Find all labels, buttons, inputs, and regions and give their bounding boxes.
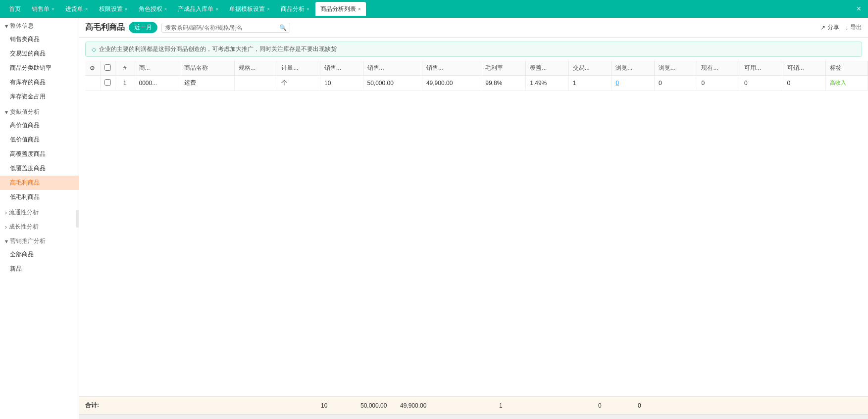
filter-recent-month-button[interactable]: 近一月 [129, 22, 157, 33]
col-header-spec[interactable]: 规格... [234, 61, 277, 76]
cell-sales-profit: 49,900.00 [422, 76, 481, 91]
sidebar: 《 ▾ 整体信息 销售类商品 交易过的商品 商品分类助销率 有库存的商品 库存资… [0, 18, 79, 419]
close-icon[interactable]: × [125, 6, 128, 12]
sidebar-item-low-coverage[interactable]: 低覆盖度商品 [0, 161, 79, 176]
footer-current-stock: 0 [594, 402, 634, 409]
col-header-index: # [115, 61, 135, 76]
col-header-current-stock[interactable]: 现有... [697, 61, 740, 76]
col-header-sales-amount[interactable]: 销售... [363, 61, 422, 76]
col-header-gross-margin[interactable]: 毛利率 [481, 61, 526, 76]
cell-sales-qty: 10 [320, 76, 363, 91]
footer-sales-qty: 10 [317, 402, 357, 409]
sidebar-group-liquidity[interactable]: › 流通性分析 [0, 204, 79, 219]
chevron-down-icon: ▾ [5, 238, 8, 245]
col-header-saleable-stock[interactable]: 可销... [783, 61, 826, 76]
top-nav: 首页 销售单 × 进货单 × 权限设置 × 角色授权 × 产成品入库单 × 单据… [0, 0, 868, 18]
col-header-settings[interactable]: ⚙ [85, 61, 100, 76]
search-icon[interactable]: 🔍 [279, 24, 287, 31]
col-header-sales-profit[interactable]: 销售... [422, 61, 481, 76]
col-header-checkbox[interactable] [100, 61, 115, 76]
nav-tab-role[interactable]: 角色授权 × [134, 2, 172, 16]
sidebar-group-overview[interactable]: ▾ 整体信息 [0, 18, 79, 32]
nav-tab-purchase[interactable]: 进货单 × [60, 2, 93, 16]
sidebar-item-new-products[interactable]: 新品 [0, 262, 79, 276]
cell-name: 运费 [180, 76, 234, 91]
content-area: 高毛利商品 近一月 🔍 ↗ 分享 ↓ 导出 ◇ 企业的主要的利润都是这部分商品创… [79, 18, 868, 419]
export-button[interactable]: ↓ 导出 [845, 23, 862, 32]
sidebar-item-in-stock[interactable]: 有库存的商品 [0, 75, 79, 90]
footer-total: 合计: 10 50,000.00 49,900.00 1 0 0 [79, 396, 868, 414]
col-header-views1[interactable]: 浏览... [612, 61, 655, 76]
horizontal-scrollbar[interactable] [79, 414, 868, 419]
sidebar-item-high-value[interactable]: 高价值商品 [0, 118, 79, 133]
search-input[interactable] [165, 24, 279, 31]
sidebar-item-all-products[interactable]: 全部商品 [0, 247, 79, 262]
share-icon: ↗ [820, 24, 825, 31]
close-icon[interactable]: × [267, 6, 270, 12]
main-layout: 《 ▾ 整体信息 销售类商品 交易过的商品 商品分类助销率 有库存的商品 库存资… [0, 18, 868, 419]
nav-tab-home[interactable]: 首页 [4, 2, 26, 16]
col-header-sales-qty[interactable]: 销售... [320, 61, 363, 76]
nav-tab-permission[interactable]: 权限设置 × [94, 2, 133, 16]
footer-label: 合计: [85, 401, 99, 410]
sidebar-item-high-coverage[interactable]: 高覆盖度商品 [0, 147, 79, 161]
col-header-trade-count[interactable]: 交易... [568, 61, 612, 76]
table-container: ⚙ # 商... 商品名称 规格... [79, 61, 868, 396]
cell-views2: 0 [654, 76, 697, 91]
footer-sales-amount: 50,000.00 [357, 402, 396, 409]
cell-settings [85, 76, 100, 91]
close-icon[interactable]: × [85, 6, 88, 12]
cell-available-stock: 0 [740, 76, 783, 91]
footer-available-stock: 0 [634, 402, 673, 409]
sidebar-item-traded-products[interactable]: 交易过的商品 [0, 47, 79, 61]
nav-tab-sales[interactable]: 销售单 × [27, 2, 59, 16]
sidebar-group-contribution[interactable]: ▾ 贡献值分析 [0, 104, 79, 118]
nav-tab-template[interactable]: 单据模板设置 × [224, 2, 275, 16]
sidebar-item-low-value[interactable]: 低价值商品 [0, 133, 79, 147]
col-header-code[interactable]: 商... [135, 61, 180, 76]
close-icon[interactable]: × [164, 6, 167, 12]
chevron-down-icon: ▾ [5, 109, 8, 116]
close-icon[interactable]: × [306, 6, 309, 12]
footer-trade-count: 1 [495, 402, 535, 409]
sidebar-group-growth[interactable]: › 成长性分析 [0, 219, 79, 233]
cell-spec [234, 76, 277, 91]
close-icon[interactable]: × [358, 6, 361, 12]
table-row: 1 0000... 运费 个 [85, 76, 868, 91]
info-icon: ◇ [92, 46, 96, 53]
sidebar-item-low-margin[interactable]: 低毛利商品 [0, 190, 79, 204]
cell-saleable-stock: 0 [783, 76, 826, 91]
sidebar-item-high-margin[interactable]: 高毛利商品 [0, 176, 79, 190]
cell-trade-count: 1 [568, 76, 612, 91]
share-button[interactable]: ↗ 分享 [820, 23, 839, 32]
chevron-right-icon: › [5, 209, 7, 216]
col-header-coverage[interactable]: 覆盖... [526, 61, 569, 76]
nav-tab-product-analysis-list[interactable]: 商品分析列表 × [315, 2, 366, 16]
sidebar-item-sales-products[interactable]: 销售类商品 [0, 32, 79, 47]
cell-sales-amount: 50,000.00 [363, 76, 422, 91]
col-header-views2[interactable]: 浏览... [654, 61, 697, 76]
close-all-button[interactable]: × [854, 4, 864, 13]
nav-tab-product-analysis[interactable]: 商品分析 × [276, 2, 314, 16]
sidebar-group-marketing[interactable]: ▾ 营销推广分析 [0, 233, 79, 247]
search-box: 🔍 [161, 23, 290, 33]
col-header-name[interactable]: 商品名称 [180, 61, 234, 76]
nav-tab-product-in[interactable]: 产成品入库单 × [173, 2, 223, 16]
col-header-unit[interactable]: 计量... [277, 61, 320, 76]
select-all-checkbox[interactable] [104, 64, 111, 71]
cell-index: 1 [115, 76, 135, 91]
cell-views1[interactable]: 0 [612, 76, 655, 91]
close-icon[interactable]: × [215, 6, 218, 12]
footer-spacer4 [564, 402, 594, 409]
close-icon[interactable]: × [51, 6, 54, 12]
sidebar-collapse-button[interactable]: 《 [76, 210, 79, 228]
row-checkbox[interactable] [104, 79, 111, 86]
footer-spacer2 [465, 402, 495, 409]
col-header-available-stock[interactable]: 可用... [740, 61, 783, 76]
sidebar-item-category-rate[interactable]: 商品分类助销率 [0, 61, 79, 75]
sidebar-item-capital[interactable]: 库存资金占用 [0, 90, 79, 104]
footer-spacer3 [535, 402, 564, 409]
header-actions: ↗ 分享 ↓ 导出 [820, 23, 862, 32]
footer-sales-profit: 49,900.00 [396, 402, 436, 409]
cell-checkbox [100, 76, 115, 91]
